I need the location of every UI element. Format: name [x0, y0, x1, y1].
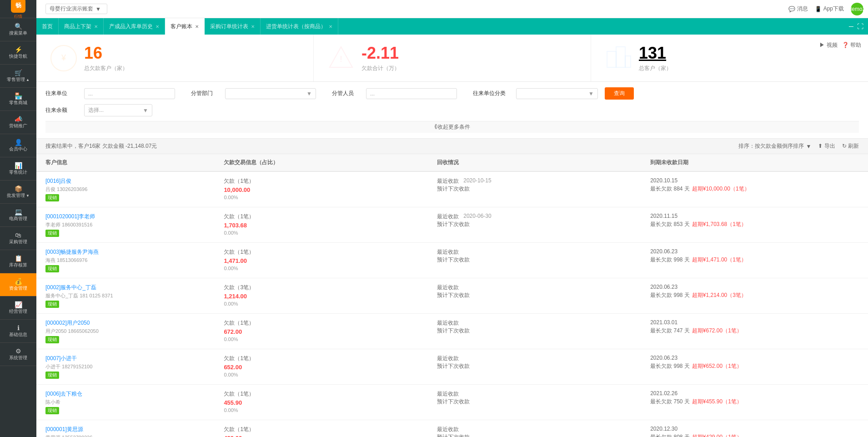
balance-label: 往来余额 [45, 106, 77, 114]
col-header-collection: 回收情况 [437, 159, 650, 166]
store-selector[interactable]: 母婴行业演示账套 ▼ [45, 4, 107, 14]
refresh-btn[interactable]: ↻ 刷新 [842, 142, 859, 150]
export-icon: ⬆ [818, 143, 824, 149]
customer-phone-3: 服务中心_丁磊 181 0125 8371 [45, 292, 219, 299]
table-row: [0002]服务中心_丁磊 服务中心_丁磊 181 0125 8371 现销 欠… [36, 278, 868, 314]
sidebar-item-biz-mgmt[interactable]: 📈 经营管理 [0, 296, 36, 320]
user-avatar[interactable]: demo2 [851, 3, 863, 15]
tab-expand-icon[interactable]: ⛶ [857, 23, 863, 30]
debt-percent-0: 0.00% [224, 195, 432, 200]
collapse-btn[interactable]: ⟪ 收起更多条件 [45, 121, 859, 133]
tab-minimize-icon[interactable]: ─ [849, 23, 853, 30]
tab-close-icon[interactable]: ✕ [251, 24, 255, 29]
debt-amount-7: 429.00 [224, 435, 432, 437]
sidebar-item-finance[interactable]: 💰 资金管理 [0, 273, 36, 296]
debt-percent-2: 0.00% [224, 266, 432, 271]
from-unit-input[interactable]: ... [84, 88, 175, 99]
sidebar-item-quick-nav[interactable]: ⚡ 快捷导航 [0, 41, 36, 65]
customer-name-link-7[interactable]: [000001]黄思源 [45, 426, 219, 433]
collection-cell-3: 最近收款 预计下次收款 [437, 284, 650, 308]
expiry-cell-2: 2020.06.23 最长欠款 998 天 超期¥1,471.00（1笔） [650, 248, 859, 272]
customer-name-link-2[interactable]: [0003]畅捷服务尹海燕 [45, 248, 219, 256]
debt-percent-5: 0.00% [224, 372, 432, 377]
customer-tag-1: 现销 [45, 230, 59, 237]
customer-name-link-1[interactable]: [0001020001]李老师 [45, 213, 219, 221]
debt-amount-6: 455.90 [224, 399, 432, 406]
sidebar-item-purchase[interactable]: 🛍 采购管理 [0, 227, 36, 250]
top-right-area: 💬 消息 📱 App下载 demo2 [788, 3, 863, 15]
collapse-label: 收起更多条件 [437, 123, 470, 131]
person-input[interactable]: ... [366, 88, 457, 99]
view-video-btn[interactable]: ▶ 视频 [819, 41, 837, 49]
tab-customer-ledger[interactable]: 客户账本 ✕ [165, 18, 205, 35]
debt-cell-6: 欠款（1笔） 455.90 0.00% [224, 390, 437, 414]
balance-select[interactable]: 选择... ▼ [84, 104, 152, 116]
customer-phone-1: 李老师 18600391516 [45, 221, 219, 228]
sidebar-item-marketing[interactable]: 📣 营销推广 [0, 111, 36, 134]
sidebar-item-ecommerce[interactable]: 💻 电商管理 [0, 204, 36, 227]
tab-close-icon[interactable]: ✕ [94, 24, 98, 29]
stat-all-customers: 131 总客户（家） ▶ 视频 ❓ 帮助 [591, 35, 868, 81]
stat-label-debt: 总欠款客户（家） [84, 65, 128, 72]
tab-bar: 首页 商品上下架 ✕ 产成品入库单历史 ✕ 客户账本 ✕ 采购订单统计表 ✕ 进… [36, 18, 868, 35]
debt-info-0: 欠款（1笔） [224, 177, 432, 185]
tab-stock-history[interactable]: 产成品入库单历史 ✕ [104, 18, 165, 35]
content-wrapper: ¥ 16 总欠款客户（家） ! -2.11 欠款合计（万） [36, 35, 868, 437]
message-btn[interactable]: 💬 消息 [788, 5, 808, 13]
tab-product-shelf[interactable]: 商品上下架 ✕ [59, 18, 104, 35]
dept-select[interactable]: ▼ [225, 88, 316, 99]
expiry-cell-0: 2020.10.15 最长欠款 884 天 超期¥10,000.00（1笔） [650, 177, 859, 201]
search-button[interactable]: 查询 [605, 87, 634, 100]
tab-stock-stats[interactable]: 进货单统计表（按商品） ✕ [261, 18, 338, 35]
expiry-cell-5: 2020.06.23 最长欠款 998 天 超期¥652.00（1笔） [650, 355, 859, 379]
debt-info-1: 欠款（1笔） [224, 213, 432, 221]
customer-name-link-6[interactable]: [0006]去下粮仓 [45, 390, 219, 398]
stat-text-all: 131 总客户（家） [639, 44, 672, 72]
data-table: 客户信息 欠款交易信息（占比） 回收情况 到期未收款日期 [0016]吕俊 吕俊… [36, 154, 868, 437]
sort-select[interactable]: 排序：按欠款金额倒序排序 ▼ [738, 142, 811, 150]
unit-class-select[interactable]: ▼ [516, 88, 598, 99]
debt-percent-1: 0.00% [224, 230, 432, 236]
export-btn[interactable]: ⬆ 导出 [818, 142, 835, 150]
expiry-date-7: 2020.12.30 [650, 426, 859, 432]
collection-cell-2: 最近收款 预计下次收款 [437, 248, 650, 272]
svg-text:¥: ¥ [61, 53, 66, 62]
sidebar-item-wholesale[interactable]: 📦 批发管理▼ [0, 181, 36, 204]
help-btn[interactable]: ❓ 帮助 [842, 41, 861, 49]
sidebar-item-retail-store[interactable]: 🏪 零售商城 [0, 88, 36, 111]
sidebar-item-search[interactable]: 🔍 搜索菜单 [0, 18, 36, 41]
collection-cell-1: 最近收款 2020-06-30 预计下次收款 [437, 213, 650, 237]
customer-name-link-5[interactable]: [0007]小进干 [45, 355, 219, 362]
app-download-btn[interactable]: 📱 App下载 [815, 5, 844, 13]
tab-close-icon[interactable]: ✕ [329, 24, 332, 29]
sidebar-item-sys-mgmt[interactable]: ⚙ 系统管理 [0, 343, 36, 366]
customer-name-link-3[interactable]: [0002]服务中心_丁磊 [45, 284, 219, 291]
sidebar-item-basic-info[interactable]: ℹ 基础信息 [0, 320, 36, 343]
tab-close-icon[interactable]: ✕ [195, 24, 199, 29]
debt-cell-2: 欠款（1笔） 1,471.00 0.00% [224, 248, 437, 272]
tab-bar-end: ─ ⛶ [849, 23, 868, 30]
customer-name-link-4[interactable]: [000002]用户2050 [45, 319, 219, 327]
sidebar-item-inventory[interactable]: 📋 库存核算 [0, 250, 36, 273]
sidebar-item-retail-mgmt[interactable]: 🛒 零售管理▲ [0, 65, 36, 88]
refresh-icon: ↻ [842, 143, 848, 149]
debt-info-3: 欠款（3笔） [224, 284, 432, 291]
tab-home[interactable]: 首页 [36, 18, 59, 35]
customer-name-link-0[interactable]: [0016]吕俊 [45, 177, 219, 185]
help-icon: ❓ [842, 42, 849, 48]
debt-cell-1: 欠款（1笔） 1,703.68 0.00% [224, 213, 437, 237]
customer-cell-3: [0002]服务中心_丁磊 服务中心_丁磊 181 0125 8371 现销 [45, 284, 224, 308]
sidebar-item-retail-stats[interactable]: 📊 零售统计 [0, 157, 36, 181]
stat-icon-total: ! [327, 45, 355, 72]
filter-row-2: 往来余额 选择... ▼ [45, 104, 859, 116]
expiry-date-6: 2021.02.26 [650, 390, 859, 397]
sidebar-item-member[interactable]: 👤 会员中心 [0, 134, 36, 157]
filter-row-1: 往来单位 ... 分管部门 ▼ 分管人员 ... [45, 87, 859, 100]
app-download-label: App下载 [823, 5, 844, 13]
expiry-cell-1: 2020.11.15 最长欠款 853 天 超期¥1,703.68（1笔） [650, 213, 859, 237]
debt-info-6: 欠款（1笔） [224, 390, 432, 398]
tab-purchase-stats[interactable]: 采购订单统计表 ✕ [205, 18, 261, 35]
tab-close-icon[interactable]: ✕ [156, 24, 159, 29]
table-row: [0001020001]李老师 李老师 18600391516 现销 欠款（1笔… [36, 207, 868, 243]
stat-value-all: 131 [639, 44, 672, 63]
